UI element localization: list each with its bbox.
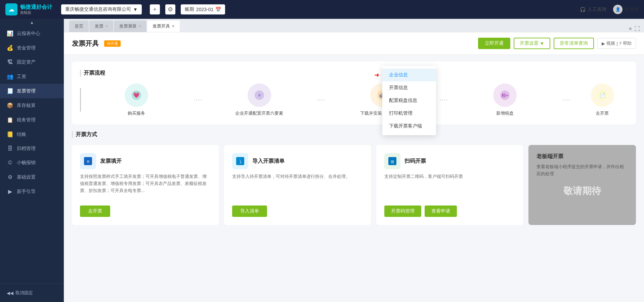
dropdown-item-download-client[interactable]: 下载开票客户端 — [382, 120, 436, 133]
methods-section-title: 开票方式 — [72, 131, 636, 138]
tab-invoice-calc[interactable]: 发票测算 × — [114, 21, 146, 32]
method-fill-btn[interactable]: 去开票 — [80, 205, 110, 217]
boss-watermark: 敬请期待 — [536, 183, 628, 197]
settings-button[interactable]: ⚙ — [165, 4, 175, 14]
svg-text:⊞: ⊞ — [391, 159, 394, 164]
add-button[interactable]: + — [150, 4, 160, 14]
method-import-title: 导入开票清单 — [252, 158, 285, 165]
sidebar-item-cloud-report[interactable]: 📊 云报表中心 — [0, 26, 64, 41]
sidebar-label-cloud-report: 云报表中心 — [17, 31, 40, 37]
period-info: 账期 2023-01 📅 — [181, 4, 225, 14]
tab-invoice-calc-close[interactable]: × — [139, 24, 141, 29]
window-maximize-button[interactable]: ⛶ — [635, 26, 640, 32]
video-label: 视频 — [606, 40, 615, 46]
abnormal-button[interactable]: 异常清单查询 — [554, 38, 594, 49]
dropdown-item-invoice-info[interactable]: 开票信息 — [382, 81, 436, 94]
sidebar-label-payroll: 工资 — [17, 74, 26, 80]
period-label: 账期 — [185, 6, 194, 12]
boss-desc: 查看老板端小程序提交的开票申请，并作出相应的处理 — [536, 163, 628, 178]
flow-step-2-label: 企业开通配置开票六要素 — [235, 110, 283, 116]
method-scan-btn1[interactable]: 开票码管理 — [384, 205, 421, 217]
xiaochang-icon: © — [7, 160, 13, 166]
svg-text:⤵: ⤵ — [239, 159, 242, 164]
sidebar-scroll-up[interactable]: ▲ — [0, 19, 64, 26]
flow-step-1-label: 购买服务 — [128, 110, 145, 116]
tab-home[interactable]: 首页 — [69, 21, 89, 32]
tab-invoice-open[interactable]: 发票开具 × — [147, 21, 180, 32]
top-bar: ☁ 畅捷通好会计 旗舰版 重庆畅捷交通信息咨询有限公司 ▼ + ⚙ 账期 202… — [0, 0, 644, 19]
avatar: 👤 — [613, 5, 622, 14]
sidebar-item-invoice[interactable]: 🧾 发票管理 — [0, 84, 64, 98]
payroll-icon: 👥 — [7, 73, 13, 80]
method-card-boss: 老板端开票 查看老板端小程序提交的开票申请，并作出相应的处理 敬请期待 — [528, 145, 636, 225]
sidebar-item-capital[interactable]: 💰 资金管理 — [0, 41, 64, 55]
dropdown-item-printer[interactable]: 打印机管理 — [382, 107, 436, 120]
sidebar-item-archive[interactable]: 🗄 归档管理 — [0, 142, 64, 156]
accounting-icon: 📒 — [7, 131, 13, 138]
flow-step-4-icon: 税+ — [493, 83, 517, 107]
method-card-fill: ≡ 发票填开 支持按照发票样式手工填开发票；可开具增值税电子普通发票、增值税普通… — [72, 145, 219, 225]
flow-connector-2: • • • • — [311, 98, 331, 102]
methods-section: 开票方式 ≡ 发票填开 支持按照发票样式手工填开发票；可开具增值税电子普通发票、… — [72, 131, 636, 225]
period-value: 2023-01 — [196, 7, 213, 12]
cancel-fixed-button[interactable]: ◀◀ 取消固定 — [0, 287, 64, 299]
sidebar-item-fixed-assets[interactable]: 🏗 固定资产 — [0, 55, 64, 69]
sidebar-label-accounting: 结账 — [17, 131, 26, 138]
sidebar-item-xiaochang[interactable]: © 小畅报销 — [0, 156, 64, 170]
flow-connector-4: • • • • — [556, 98, 576, 102]
company-selector[interactable]: 重庆畅捷交通信息咨询有限公司 ▼ — [61, 4, 142, 14]
main-area: ▲ 📊 云报表中心 💰 资金管理 🏗 固定资产 👥 工资 🧾 发票管理 — [0, 19, 644, 302]
page-title: 发票开具 — [72, 39, 99, 48]
sidebar-label-tax: 税务管理 — [17, 117, 36, 123]
flow-step-5-icon: 📄 — [591, 83, 614, 107]
separator: | — [616, 41, 617, 46]
user-info[interactable]: 👤 徐泽华 — [613, 5, 639, 14]
logo-area: ☁ 畅捷通好会计 旗舰版 — [5, 3, 56, 15]
method-import-btn[interactable]: 导入清单 — [232, 205, 267, 217]
page-actions: 立即开通 开票设置 ▼ 异常清单查询 ▶ 视频 | ? 帮助 — [478, 38, 636, 49]
play-icon: ▶ — [602, 41, 605, 46]
activate-button[interactable]: 立即开通 — [478, 38, 510, 49]
dropdown-item-tax-config[interactable]: 配置税盘信息 — [382, 94, 436, 107]
tab-invoice-calc-label: 发票测算 — [119, 23, 137, 29]
window-close-button[interactable]: × — [629, 26, 632, 32]
flow-step-4: 税+ 新增税盘 — [454, 83, 556, 116]
method-fill-header: ≡ 发票填开 — [80, 153, 211, 169]
method-scan-title: 扫码开票 — [404, 158, 426, 165]
sidebar-label-fixed-assets: 固定资产 — [17, 59, 36, 65]
sidebar-item-guide[interactable]: ▶ 新手引导 — [0, 184, 64, 199]
sidebar-item-tax[interactable]: 📋 税务管理 — [0, 113, 64, 127]
red-arrow-icon: ➜ — [374, 71, 379, 79]
flow-connector-3: • • • • — [433, 98, 454, 102]
sidebar-label-guide: 新手引导 — [17, 189, 36, 195]
consult-label: 人工咨询 — [588, 6, 606, 12]
method-scan-btn2[interactable]: 查看申请 — [425, 205, 457, 217]
logo-icon: ☁ — [5, 3, 17, 15]
consult-button[interactable]: 🎧 人工咨询 — [580, 6, 606, 12]
tab-invoice[interactable]: 发票 × — [89, 21, 113, 32]
sidebar-label-archive: 归档管理 — [17, 146, 36, 152]
flow-step-2-icon: ≡ — [248, 83, 271, 107]
flow-step-4-label: 新增税盘 — [496, 110, 514, 116]
sidebar-item-accounting[interactable]: 📒 结账 — [0, 127, 64, 142]
sidebar-item-settings[interactable]: ⚙ 基础设置 — [0, 170, 64, 184]
method-import-icon: ⤵ — [232, 153, 248, 169]
sidebar-label-settings: 基础设置 — [17, 174, 36, 180]
invoice-icon: 🧾 — [7, 88, 13, 94]
guide-icon: ▶ — [7, 188, 13, 195]
question-icon: ? — [619, 41, 621, 46]
flow-step-2: ≡ 企业开通配置开票六要素 — [208, 83, 311, 116]
tab-invoice-close[interactable]: × — [105, 24, 108, 29]
flow-step-5-label: 去开票 — [596, 110, 609, 116]
tabs-bar: 首页 发票 × 发票测算 × 发票开具 × × ⛶ — [64, 19, 644, 32]
top-right: 🎧 人工咨询 👤 徐泽华 — [580, 5, 639, 14]
tab-invoice-open-close[interactable]: × — [172, 24, 174, 29]
setting-button[interactable]: 开票设置 ▼ — [514, 38, 551, 49]
sidebar: ▲ 📊 云报表中心 💰 资金管理 🏗 固定资产 👥 工资 🧾 发票管理 — [0, 19, 64, 302]
dropdown-item-company-info[interactable]: ➜ 企业信息 — [382, 69, 436, 81]
video-button[interactable]: ▶ 视频 | ? 帮助 — [597, 38, 636, 49]
flow-section-title: 开票流程 — [80, 70, 628, 77]
sidebar-item-inventory[interactable]: 📦 库存核算 — [0, 98, 64, 113]
sidebar-item-payroll[interactable]: 👥 工资 — [0, 69, 64, 84]
boss-title: 老板端开票 — [536, 153, 628, 160]
